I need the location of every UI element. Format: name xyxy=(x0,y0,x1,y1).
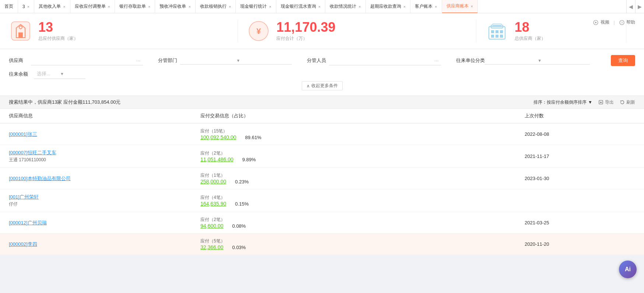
supplier-input-field[interactable] xyxy=(34,58,136,63)
svg-rect-12 xyxy=(491,35,494,38)
person-input[interactable]: ··· xyxy=(329,56,441,65)
close-icon[interactable]: × xyxy=(318,4,321,9)
tx-amount-6[interactable]: 32,366.00 xyxy=(200,244,223,250)
export-button[interactable]: 导出 xyxy=(598,99,614,106)
close-icon[interactable]: × xyxy=(63,4,65,9)
close-icon[interactable]: × xyxy=(108,4,110,9)
tx-amount-1[interactable]: 100,092,540.00 xyxy=(200,134,236,140)
tx-percent-3: 0.23% xyxy=(235,179,249,185)
refresh-button[interactable]: 刷新 xyxy=(620,99,635,106)
supplier-link-2[interactable]: [000007]恒旺二手叉车 xyxy=(9,149,200,156)
tx-info-4: 应付（4笔） 164,635.90 0.15% xyxy=(200,194,525,207)
balance-select[interactable]: 选择... ▼ xyxy=(34,69,85,79)
stat-block-2: ¥ 11,170.39 应付合计（万） xyxy=(247,19,476,43)
supplier-sub-4: 仔仔 xyxy=(9,201,200,207)
filter-area: 供应商 ··· 分管部门 ▼ 分管人员 ··· 往来单位分类 xyxy=(0,49,644,96)
person-label: 分管人员 xyxy=(307,57,329,64)
svg-text:¥: ¥ xyxy=(256,27,261,36)
svg-rect-9 xyxy=(491,30,494,33)
stat-number-1: 13 xyxy=(38,21,78,34)
svg-marker-16 xyxy=(595,21,597,23)
stat-number-3: 18 xyxy=(515,21,546,34)
nav-prev-button[interactable]: ◀ xyxy=(626,0,635,13)
svg-rect-10 xyxy=(496,30,498,33)
collapse-button[interactable]: ∧ 收起更多条件 xyxy=(302,81,343,90)
close-icon[interactable]: × xyxy=(229,4,231,9)
tx-percent-6: 0.03% xyxy=(232,245,246,250)
person-input-field[interactable] xyxy=(332,58,434,63)
close-icon[interactable]: × xyxy=(403,4,406,9)
close-icon[interactable]: × xyxy=(269,4,271,9)
last-pay-1: 2022-08-08 xyxy=(525,131,635,137)
close-icon[interactable]: × xyxy=(435,4,437,9)
svg-rect-2 xyxy=(18,32,23,38)
svg-rect-14 xyxy=(500,35,503,38)
help-link[interactable]: ? 帮助 xyxy=(619,19,635,25)
tx-amount-4[interactable]: 164,635.90 xyxy=(200,201,226,207)
col-header-supplier: 供应商信息 xyxy=(9,113,200,119)
nav-next-button[interactable]: ▶ xyxy=(635,0,644,13)
stat-info-3: 18 总供应商（家） xyxy=(515,21,546,42)
supplier-label: 供应商 xyxy=(9,57,31,64)
table-area: 供应商信息 应付交易信息（占比） 上次付数 [000001]张三 应付（15笔）… xyxy=(0,109,644,255)
nav-tab-supplier-account[interactable]: 供应商账本 × xyxy=(442,0,478,13)
nav-tab-3[interactable]: 3 × xyxy=(18,0,34,13)
supplier-input[interactable]: ··· xyxy=(31,56,143,65)
tx-label-4: 应付（4笔） xyxy=(200,194,525,201)
divider: | xyxy=(614,20,615,25)
table-row: [000012]广州贝瑞 应付（2笔） 94,600.00 0.08% 2021… xyxy=(0,212,644,234)
chevron-down-icon: ▼ xyxy=(538,58,588,63)
category-select[interactable]: ▼ xyxy=(485,57,590,65)
dept-select[interactable]: ▼ xyxy=(180,57,292,65)
nav-tab-other-income[interactable]: 其他收入单 × xyxy=(34,0,70,13)
svg-rect-11 xyxy=(500,30,503,33)
chevron-down-icon: ▼ xyxy=(236,58,290,63)
close-icon[interactable]: × xyxy=(27,4,29,9)
chevron-up-icon: ∧ xyxy=(307,83,310,89)
tx-amount-5[interactable]: 94,600.00 xyxy=(200,223,223,229)
stat-label-1: 总应付供应商（家） xyxy=(38,35,78,42)
supplier-info-1: [000001]张三 xyxy=(9,131,200,138)
svg-rect-13 xyxy=(496,35,498,38)
supplier-link-1[interactable]: [000001]张三 xyxy=(9,131,200,138)
nav-tab-receipt-verify[interactable]: 收款核销执行 × xyxy=(196,0,236,13)
close-icon[interactable]: × xyxy=(358,4,361,9)
close-icon[interactable]: × xyxy=(471,4,473,8)
supplier-link-5[interactable]: [000012]广州贝瑞 xyxy=(9,220,200,226)
table-row: [001]广州荣轩 仔仔 应付（4笔） 164,635.90 0.15% xyxy=(0,189,644,212)
stat-info-1: 13 总应付供应商（家） xyxy=(38,21,78,42)
result-info: 搜索结果中，供应商13家 应付金额111,703,854.00元 xyxy=(9,99,120,106)
table-header: 供应商信息 应付交易信息（占比） 上次付数 xyxy=(0,109,644,124)
nav-tab-receipt-stat[interactable]: 收款情况统计 × xyxy=(325,0,365,13)
last-pay-2: 2021-11-17 xyxy=(525,154,635,159)
tx-percent-1: 89.61% xyxy=(245,135,261,140)
tx-amount-3[interactable]: 258,000.00 xyxy=(200,179,226,185)
nav-tab-customer-account[interactable]: 客户账本 × xyxy=(410,0,442,13)
close-icon[interactable]: × xyxy=(148,4,150,9)
close-icon[interactable]: × xyxy=(188,4,190,9)
supplier-link-6[interactable]: [000002]李四 xyxy=(9,241,200,248)
tx-info-1: 应付（15笔） 100,092,540.00 89.61% xyxy=(200,128,525,140)
supplier-link-3[interactable]: [000100]本特勤油品有限公司 xyxy=(9,175,200,182)
svg-text:?: ? xyxy=(621,21,623,25)
last-pay-6: 2020-11-20 xyxy=(525,241,635,247)
video-link[interactable]: 视频 xyxy=(593,19,609,25)
stat-block-1: 13 总应付供应商（家） xyxy=(9,19,238,43)
nav-tab-prepay-offset[interactable]: 预收冲应收单 × xyxy=(155,0,195,13)
supplier-sub-2: 王通 17106110000 xyxy=(9,157,200,163)
col-header-tx: 应付交易信息（占比） xyxy=(200,113,525,119)
tx-amount-2[interactable]: 11,051,486.00 xyxy=(200,156,234,162)
supplier-link-4[interactable]: [001]广州荣轩 xyxy=(9,194,200,200)
tx-info-6: 应付（5笔） 32,366.00 0.03% xyxy=(200,238,525,250)
query-button[interactable]: 查询 xyxy=(611,55,635,66)
nav-tab-bank-deposit[interactable]: 银行存取款单 × xyxy=(115,0,155,13)
stat-info-2: 11,170.39 应付合计（万） xyxy=(276,21,335,42)
nav-tab-overdue-ar[interactable]: 超期应收款查询 × xyxy=(366,0,410,13)
dots-icon: ··· xyxy=(434,58,439,63)
nav-tab-ap-adjust[interactable]: 应收应付调整单 × xyxy=(70,0,115,13)
sort-button[interactable]: 排序：按应付余额倒序排序 ▼ xyxy=(533,99,592,106)
nav-tab-home[interactable]: 首页 xyxy=(0,0,18,13)
nav-tab-cash-bank-stat[interactable]: 现金银行统计 × xyxy=(236,0,276,13)
tx-label-6: 应付（5笔） xyxy=(200,238,525,244)
nav-tab-cash-flow[interactable]: 现金银行流水查询 × xyxy=(276,0,325,13)
